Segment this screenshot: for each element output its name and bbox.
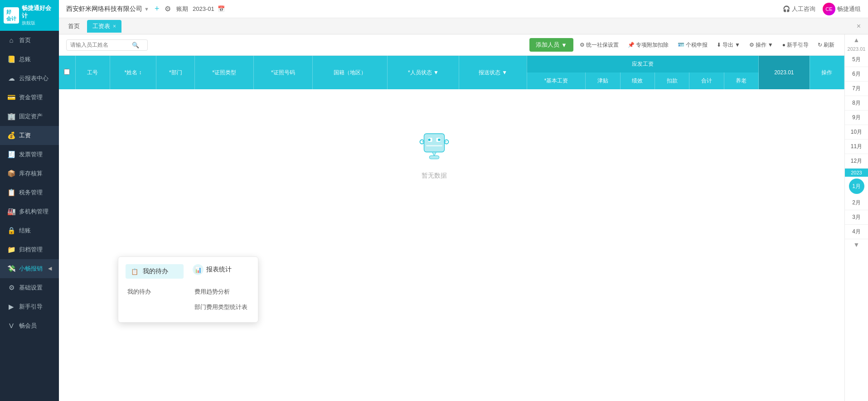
- tax-icon: 📋: [7, 188, 15, 197]
- sidebar-item-closing[interactable]: 🔒 结账: [0, 221, 59, 240]
- month-item-2[interactable]: 2月: [845, 196, 868, 210]
- income-tax-btn[interactable]: 🪪 个税申报: [675, 39, 710, 51]
- content-area: 🔍 添加人员 ▼ ⚙ 统一社保设置 📌 专项附加扣除: [59, 34, 868, 401]
- month-item-9[interactable]: 9月: [845, 111, 868, 125]
- sidebar-item-label: 新手引导: [19, 303, 43, 311]
- user-menu[interactable]: CE 畅捷通组: [823, 3, 861, 15]
- month-scroll-up[interactable]: ▲: [845, 34, 868, 45]
- app-logo[interactable]: 好会计 畅捷通好会计 旗舰版: [0, 0, 59, 31]
- col-year-month: 2023.01: [759, 56, 810, 89]
- add-dropdown-icon: ▼: [561, 42, 567, 48]
- xiaochang-popup: 📋 我的待办 我的待办 📊 报表统计 费用趋势分析: [118, 256, 258, 323]
- col-dept: *部门: [156, 56, 195, 89]
- popup-reports-title[interactable]: 📊 报表统计: [193, 264, 251, 279]
- search-box[interactable]: 🔍: [66, 39, 148, 51]
- popup-item-dept-expense[interactable]: 部门费用类型统计表: [193, 300, 251, 315]
- sidebar-item-invoice[interactable]: 🧾 发票管理: [0, 145, 59, 164]
- checkbox-all[interactable]: [64, 69, 70, 75]
- sidebar-item-xiaochang[interactable]: 💸 小畅报销 ◀: [0, 259, 59, 278]
- operations-btn[interactable]: ⚙ 操作 ▼: [747, 39, 776, 51]
- company-dropdown-icon[interactable]: ▼: [144, 6, 149, 12]
- sidebar-item-fund[interactable]: 💳 资金管理: [0, 88, 59, 107]
- sidebar-item-home[interactable]: ⌂ 首页: [0, 31, 59, 50]
- sidebar-item-multi-org[interactable]: 🏭 多机构管理: [0, 202, 59, 221]
- sidebar-item-label: 云报表中心: [19, 74, 48, 82]
- tab-close-btn[interactable]: ×: [113, 23, 116, 29]
- period-value: 2023-01: [193, 5, 214, 12]
- popup-item-my-todo[interactable]: 我的待办: [126, 284, 184, 300]
- sidebar-item-fixed-assets[interactable]: 🏢 固定资产: [0, 107, 59, 126]
- ops-dropdown-icon: ▼: [768, 42, 773, 48]
- sidebar-item-label: 畅会员: [19, 322, 37, 330]
- sidebar-item-label: 税务管理: [19, 188, 43, 197]
- calendar-icon[interactable]: 📅: [218, 5, 225, 12]
- popup-columns: 📋 我的待办 我的待办 📊 报表统计 费用趋势分析: [126, 264, 251, 315]
- tab-payroll-table[interactable]: 工资表 ×: [87, 20, 121, 33]
- sidebar-item-inventory[interactable]: 📦 库存核算: [0, 164, 59, 183]
- col-total: 合计: [689, 72, 724, 89]
- sidebar-item-archive[interactable]: 📁 归档管理: [0, 240, 59, 259]
- add-person-btn[interactable]: 添加人员 ▼: [529, 38, 573, 52]
- month-item-6[interactable]: 6月: [845, 67, 868, 82]
- tab-home[interactable]: 首页: [63, 20, 85, 33]
- sidebar-item-ledger[interactable]: 📒 总账: [0, 50, 59, 69]
- expand-icon: ◀: [48, 266, 52, 271]
- export-icon: ⬇: [717, 42, 721, 48]
- svg-point-10: [428, 139, 431, 141]
- xiaochang-icon: 💸: [7, 265, 15, 273]
- col-pension: 养老: [724, 72, 758, 89]
- month-item-7[interactable]: 7月: [845, 82, 868, 96]
- sidebar-item-label: 基础设置: [19, 284, 43, 292]
- social-insurance-icon: ⚙: [580, 42, 585, 48]
- svg-point-11: [438, 139, 440, 141]
- archive-icon: 📁: [7, 246, 15, 254]
- logo-title: 畅捷通好会计: [22, 5, 55, 20]
- support-btn[interactable]: 🎧 人工咨询: [783, 5, 815, 13]
- tab-panel-close[interactable]: ×: [853, 22, 864, 30]
- col-report-status: 报送状态 ▼: [459, 56, 527, 89]
- logo-sub: 旗舰版: [22, 20, 55, 26]
- social-insurance-btn[interactable]: ⚙ 统一社保设置: [577, 39, 621, 51]
- empty-state: 暂无数据: [59, 89, 810, 216]
- export-btn[interactable]: ⬇ 导出 ▼: [714, 39, 743, 51]
- building-icon: 🏢: [7, 112, 15, 121]
- special-deduction-btn[interactable]: 📌 专项附加扣除: [625, 39, 671, 51]
- payroll-area: 🔍 添加人员 ▼ ⚙ 统一社保设置 📌 专项附加扣除: [59, 34, 844, 401]
- invoice-icon: 🧾: [7, 150, 15, 159]
- month-item-8[interactable]: 8月: [845, 96, 868, 111]
- home-icon: ⌂: [7, 36, 15, 44]
- settings-btn[interactable]: ⚙: [165, 5, 171, 13]
- month-scroll-down[interactable]: ▼: [845, 239, 868, 250]
- popup-item-expense-trend[interactable]: 费用趋势分析: [193, 284, 251, 300]
- col-employee-id: 工号: [75, 56, 110, 89]
- sidebar-item-label: 资金管理: [19, 93, 43, 101]
- sidebar-item-basic[interactable]: ⚙ 基础设置: [0, 278, 59, 297]
- add-company-btn[interactable]: +: [155, 4, 160, 14]
- new-guide-btn[interactable]: ● 新手引导: [780, 39, 811, 51]
- company-selector[interactable]: 西安虾米网络科技有限公司 ▼: [66, 5, 149, 13]
- sidebar-item-tax[interactable]: 📋 税务管理: [0, 183, 59, 202]
- sidebar-item-guide[interactable]: ▶ 新手引导: [0, 297, 59, 316]
- sidebar-item-member[interactable]: V 畅会员: [0, 316, 59, 335]
- month-item-3[interactable]: 3月: [845, 210, 868, 225]
- col-base-salary: *基本工资: [527, 72, 586, 89]
- select-all-checkbox[interactable]: [59, 56, 75, 89]
- headset-icon: 🎧: [783, 5, 790, 12]
- month-item-4[interactable]: 4月: [845, 225, 868, 239]
- month-item-12[interactable]: 12月: [845, 154, 868, 169]
- month-item-11[interactable]: 11月: [845, 140, 868, 154]
- month-item-10[interactable]: 10月: [845, 125, 868, 140]
- sidebar-item-cloud-report[interactable]: ☁ 云报表中心: [0, 69, 59, 88]
- sidebar-item-label: 首页: [19, 36, 31, 44]
- month-item-5[interactable]: 5月: [845, 53, 868, 67]
- month-item-1-active[interactable]: 1月: [849, 179, 864, 194]
- search-icon[interactable]: 🔍: [132, 42, 139, 48]
- todo-icon: 📋: [129, 266, 140, 277]
- popup-todo-title[interactable]: 📋 我的待办: [126, 264, 184, 279]
- search-input[interactable]: [70, 42, 129, 48]
- sidebar-item-payroll[interactable]: 💰 工资: [0, 126, 59, 145]
- reports-icon: 📊: [193, 264, 204, 275]
- col-allowance: 津贴: [586, 72, 620, 89]
- refresh-btn[interactable]: ↻ 刷新: [815, 39, 837, 51]
- table-header-row1: 工号 *姓名 ↕ *部门 *证照类型 *证照号码 国籍（地区） *人员状态 ▼ …: [59, 56, 844, 72]
